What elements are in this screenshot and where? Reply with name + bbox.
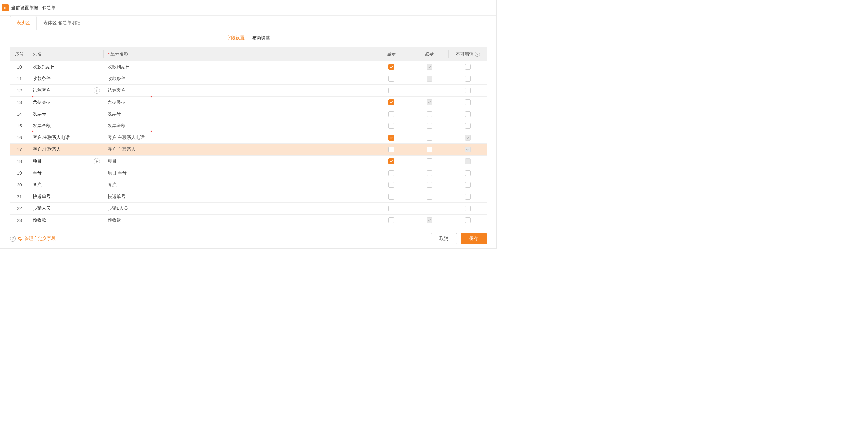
subtab-0[interactable]: 字段设置	[227, 33, 245, 44]
table-row: 14发票号发票号	[10, 108, 487, 120]
subtab-1[interactable]: 布局调整	[252, 33, 270, 44]
manage-fields-link[interactable]: 管理自定义字段	[25, 236, 56, 241]
checkbox-readonly[interactable]	[465, 123, 471, 129]
checkbox-required[interactable]	[427, 159, 432, 164]
col-seq: 序号	[10, 47, 29, 61]
checkbox-readonly[interactable]	[465, 88, 471, 93]
header-label: 当前设置单据：	[11, 5, 42, 11]
checkbox-show[interactable]	[389, 99, 394, 105]
row-display-name[interactable]: 结算客户	[104, 85, 372, 96]
row-colname: 结算客户+	[29, 85, 104, 96]
checkbox-required[interactable]	[427, 147, 432, 152]
table-row: 16客户.主联系人电话客户.主联系人电话	[10, 132, 487, 144]
col-required: 必录	[410, 47, 448, 61]
row-display-name[interactable]: 发票号	[104, 108, 372, 120]
row-display-name[interactable]: 客户.主联系人电话	[104, 132, 372, 144]
row-colname: 票据类型	[29, 96, 104, 108]
table-header: 序号 列名 * 显示名称 显示 必录 不可编辑 ?	[10, 47, 487, 61]
cancel-button[interactable]: 取消	[431, 233, 457, 245]
checkbox-required	[427, 218, 432, 223]
row-seq: 16	[10, 132, 29, 144]
row-colname: 收款条件	[29, 73, 104, 85]
checkbox-readonly[interactable]	[465, 76, 471, 82]
checkbox-required[interactable]	[427, 182, 432, 188]
row-display-name[interactable]: 快递单号	[104, 191, 372, 203]
table-row: 18项目+项目	[10, 155, 487, 167]
checkbox-show[interactable]	[389, 194, 394, 200]
tab-0[interactable]: 表头区	[10, 16, 37, 30]
row-colname: 客户.主联系人	[29, 144, 104, 155]
checkbox-show[interactable]	[389, 64, 394, 70]
col-name: 列名	[29, 47, 104, 61]
row-display-name[interactable]: 项目	[104, 155, 372, 167]
checkbox-show[interactable]	[389, 159, 394, 164]
add-sub-button[interactable]: +	[94, 158, 100, 165]
checkbox-readonly[interactable]	[465, 218, 471, 223]
help-icon[interactable]: ?	[475, 52, 480, 57]
checkbox-readonly[interactable]	[465, 182, 471, 188]
checkbox-readonly[interactable]	[465, 170, 471, 176]
save-button[interactable]: 保存	[461, 233, 487, 245]
checkbox-required[interactable]	[427, 135, 432, 141]
checkbox-show[interactable]	[389, 111, 394, 117]
row-display-name[interactable]: 步骤1人员	[104, 203, 372, 214]
row-display-name[interactable]: 收款条件	[104, 73, 372, 85]
checkbox-required[interactable]	[427, 194, 432, 200]
checkbox-required[interactable]	[427, 88, 432, 93]
checkbox-required	[427, 64, 432, 70]
row-seq: 19	[10, 167, 29, 179]
row-colname: 备注	[29, 179, 104, 191]
checkbox-required[interactable]	[427, 111, 432, 117]
table-row: 15发票金额发票金额	[10, 120, 487, 132]
row-display-name[interactable]: 项目.车号	[104, 167, 372, 179]
checkbox-show[interactable]	[389, 218, 394, 223]
row-seq: 10	[10, 61, 29, 73]
checkbox-readonly	[465, 135, 471, 141]
question-icon[interactable]: ?	[10, 236, 16, 241]
row-display-name[interactable]: 票据类型	[104, 96, 372, 108]
sub-tabs: 字段设置布局调整	[0, 29, 496, 47]
table-row: 21快递单号快递单号	[10, 191, 487, 203]
checkbox-show[interactable]	[389, 206, 394, 211]
checkbox-required	[427, 76, 432, 82]
row-display-name[interactable]: 备注	[104, 179, 372, 191]
sidebar-toggle[interactable]	[2, 4, 9, 11]
checkbox-readonly[interactable]	[465, 99, 471, 105]
checkbox-show[interactable]	[389, 76, 394, 82]
row-colname: 发票金额	[29, 120, 104, 132]
row-colname: 预收款	[29, 214, 104, 226]
col-display: * 显示名称	[104, 47, 372, 61]
tab-1[interactable]: 表体区-销货单明细	[37, 16, 87, 30]
add-sub-button[interactable]: +	[94, 87, 100, 94]
table-row: 20备注备注	[10, 179, 487, 191]
row-seq: 17	[10, 144, 29, 155]
checkbox-show[interactable]	[389, 182, 394, 188]
checkbox-show[interactable]	[389, 135, 394, 141]
checkbox-show[interactable]	[389, 170, 394, 176]
table-row: 13票据类型票据类型	[10, 96, 487, 108]
row-seq: 18	[10, 155, 29, 167]
checkbox-show[interactable]	[389, 147, 394, 152]
required-star: *	[107, 52, 109, 57]
checkbox-show[interactable]	[389, 88, 394, 93]
checkbox-readonly[interactable]	[465, 111, 471, 117]
checkbox-required[interactable]	[427, 170, 432, 176]
row-colname: 发票号	[29, 108, 104, 120]
table-row: 23预收款预收款	[10, 214, 487, 226]
table-row: 10收款到期日收款到期日	[10, 61, 487, 73]
row-display-name[interactable]: 预收款	[104, 214, 372, 226]
checkbox-readonly[interactable]	[465, 64, 471, 70]
checkbox-required	[427, 99, 432, 105]
row-seq: 14	[10, 108, 29, 120]
row-display-name[interactable]: 收款到期日	[104, 61, 372, 73]
checkbox-required[interactable]	[427, 123, 432, 129]
row-display-name[interactable]: 客户.主联系人	[104, 144, 372, 155]
row-colname: 步骤人员	[29, 203, 104, 214]
checkbox-show[interactable]	[389, 123, 394, 129]
checkbox-readonly[interactable]	[465, 194, 471, 200]
checkbox-readonly	[465, 147, 471, 152]
chevrons-right-icon	[3, 6, 7, 10]
checkbox-required[interactable]	[427, 206, 432, 211]
checkbox-readonly[interactable]	[465, 206, 471, 211]
row-display-name[interactable]: 发票金额	[104, 120, 372, 132]
